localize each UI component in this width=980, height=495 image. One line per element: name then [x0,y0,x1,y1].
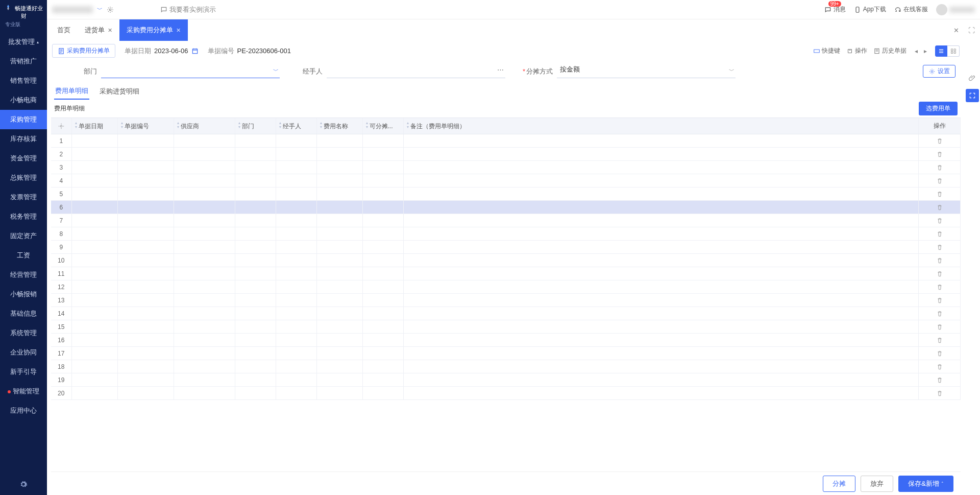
demo-link[interactable]: 我要看实例演示 [160,5,216,14]
table-row[interactable]: 2 [51,148,961,161]
cell[interactable] [117,334,174,347]
cell[interactable] [174,254,235,267]
cell[interactable] [276,174,316,187]
cell[interactable] [235,148,276,161]
attachment-button[interactable] [966,72,979,85]
cell[interactable] [316,227,362,241]
sidebar-item-2[interactable]: 销售管理 [0,71,47,90]
sidebar-item-17[interactable]: 新手引导 [0,362,47,382]
cell[interactable] [403,187,919,201]
table-row[interactable]: 3 [51,161,961,174]
cell[interactable] [276,148,316,161]
cell[interactable] [316,320,362,334]
cell[interactable] [71,280,117,294]
cell[interactable] [316,161,362,174]
org-gear-icon[interactable] [107,6,114,13]
cell[interactable] [403,214,919,227]
cell[interactable] [362,360,403,373]
cell[interactable] [71,187,117,201]
cell[interactable] [71,294,117,307]
cell[interactable] [362,241,403,254]
cell[interactable] [316,187,362,201]
cell[interactable] [71,201,117,214]
sidebar-item-3[interactable]: 小畅电商 [0,90,47,110]
cell[interactable] [235,161,276,174]
cell[interactable] [174,387,235,400]
cell[interactable] [117,187,174,201]
cell[interactable] [117,387,174,400]
doc-date-field[interactable]: 单据日期 2023-06-06 [125,46,199,56]
sidebar-item-6[interactable]: 资金管理 [0,149,47,168]
cell[interactable] [403,334,919,347]
delete-row-button[interactable] [936,349,943,357]
delete-row-button[interactable] [936,150,943,157]
tab-close-icon[interactable]: ✕ [176,19,181,41]
table-row[interactable]: 5 [51,187,961,201]
cell[interactable] [403,267,919,280]
sidebar-item-15[interactable]: 系统管理 [0,323,47,343]
cell[interactable] [71,267,117,280]
sidebar-item-0[interactable]: 批发管理 [0,32,47,52]
cell[interactable] [276,134,316,148]
cell[interactable] [235,241,276,254]
cell[interactable] [71,334,117,347]
cell[interactable] [316,214,362,227]
delete-row-button[interactable] [936,270,943,277]
table-row[interactable]: 17 [51,347,961,360]
cell[interactable] [403,360,919,373]
cell[interactable] [117,227,174,241]
sidebar-item-4[interactable]: 采购管理 [0,110,47,129]
cell[interactable] [362,387,403,400]
discard-button[interactable]: 放弃 [861,476,893,492]
cell[interactable] [71,373,117,387]
cell[interactable] [276,241,316,254]
sidebar-item-5[interactable]: 库存核算 [0,129,47,149]
delete-row-button[interactable] [936,203,943,210]
cell[interactable] [235,254,276,267]
cell[interactable] [276,161,316,174]
cell[interactable] [362,267,403,280]
cell[interactable] [276,334,316,347]
cell[interactable] [71,320,117,334]
cell[interactable] [276,347,316,360]
cell[interactable] [235,280,276,294]
cell[interactable] [403,347,919,360]
cell[interactable] [71,227,117,241]
distribute-button[interactable]: 分摊 [823,476,855,492]
cell[interactable] [71,254,117,267]
delete-row-button[interactable] [936,296,943,303]
method-input[interactable]: 按金额 ﹀ [557,65,736,78]
close-all-tabs[interactable]: ✕ [951,25,961,36]
cell[interactable] [71,148,117,161]
delete-row-button[interactable] [936,243,943,250]
cell[interactable] [276,254,316,267]
delete-row-button[interactable] [936,283,943,290]
cell[interactable] [403,387,919,400]
sidebar-item-19[interactable]: 应用中心 [0,401,47,420]
delete-row-button[interactable] [936,376,943,383]
sidebar-item-13[interactable]: 小畅报销 [0,285,47,304]
delete-row-button[interactable] [936,336,943,343]
cell[interactable] [316,134,362,148]
cell[interactable] [117,294,174,307]
cell[interactable] [117,373,174,387]
sidebar-item-16[interactable]: 企业协同 [0,343,47,362]
cell[interactable] [316,387,362,400]
cell[interactable] [235,387,276,400]
cell[interactable] [235,227,276,241]
cell[interactable] [403,254,919,267]
calendar-icon[interactable] [191,47,199,55]
prev-doc[interactable]: ◂ [913,46,920,56]
user-menu[interactable] [936,4,975,15]
next-doc[interactable]: ▸ [922,46,929,56]
cell[interactable] [71,174,117,187]
col-header-2[interactable]: ▴▾供应商 [174,118,235,134]
history-link[interactable]: 历史单据 [873,46,906,55]
org-selector[interactable]: ﹀ [52,6,154,13]
filter-settings-button[interactable]: 设置 [923,65,955,78]
cell[interactable] [117,148,174,161]
sidebar-item-9[interactable]: 税务管理 [0,207,47,226]
save-new-button[interactable]: 保存&新增 ˄ [898,476,953,492]
cell[interactable] [235,347,276,360]
cell[interactable] [174,161,235,174]
